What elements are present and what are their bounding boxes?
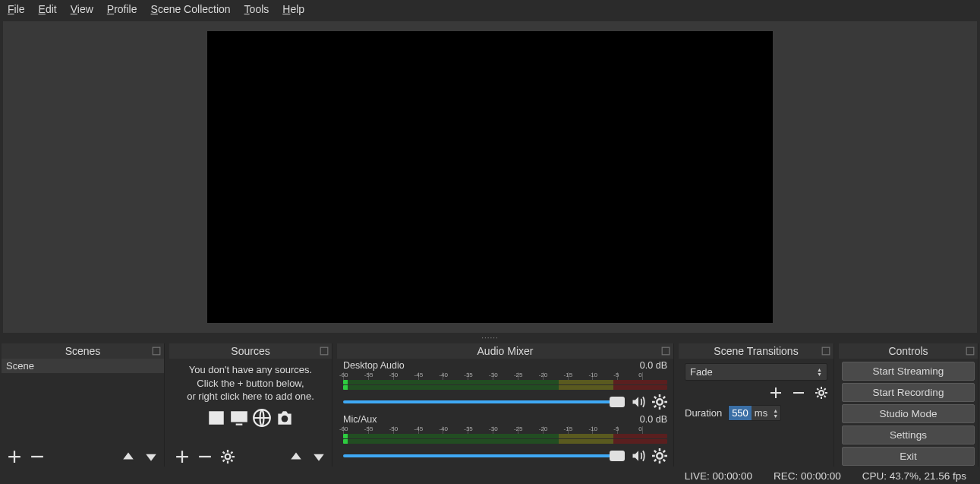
audio-channel: Desktop Audio 0.0 dB -60-55-50-45-40-35-… <box>343 360 667 410</box>
menu-bar: File Edit View Profile Scene Collection … <box>0 0 980 18</box>
scene-list-item[interactable]: Scene <box>2 359 164 373</box>
svg-point-4 <box>282 415 288 422</box>
display-source-icon <box>229 408 249 432</box>
slider-thumb[interactable] <box>610 451 625 461</box>
audio-meter <box>343 385 667 390</box>
preview-area <box>3 21 977 333</box>
speaker-icon[interactable] <box>631 448 646 463</box>
chevron-updown-icon[interactable]: ▲▼ <box>770 408 780 419</box>
status-bar: LIVE: 00:00:00 REC: 00:00:00 CPU: 43.7%,… <box>0 468 980 484</box>
audio-mixer-panel: Audio Mixer Desktop Audio 0.0 dB -60-55-… <box>337 343 674 467</box>
svg-point-12 <box>819 391 824 395</box>
controls-title: Controls <box>839 343 978 359</box>
volume-slider[interactable] <box>343 400 625 403</box>
gear-icon[interactable] <box>652 394 667 410</box>
transitions-title: Scene Transitions <box>679 343 833 359</box>
popout-icon[interactable] <box>320 346 329 355</box>
add-transition-button[interactable] <box>770 387 782 399</box>
start-recording-button[interactable]: Start Recording <box>842 383 975 402</box>
channel-name: Mic/Aux <box>343 414 377 425</box>
sources-empty-hint: You don't have any sources. Click the + … <box>169 359 332 434</box>
duration-value[interactable]: 550 <box>729 406 752 420</box>
audio-meter <box>343 434 667 438</box>
preview-canvas[interactable] <box>207 31 773 323</box>
svg-rect-1 <box>31 456 43 457</box>
volume-slider[interactable] <box>343 454 625 457</box>
svg-rect-10 <box>822 347 830 355</box>
dock-panels: Scenes Scene Sources You don't have any … <box>0 343 980 468</box>
sources-title: Sources <box>169 343 332 359</box>
popout-icon[interactable] <box>966 346 975 355</box>
channel-name: Desktop Audio <box>343 360 405 371</box>
svg-rect-7 <box>662 347 670 355</box>
remove-transition-button[interactable] <box>793 387 805 399</box>
transitions-panel: Scene Transitions Fade ▲▼ Duration 550 m… <box>679 343 834 467</box>
move-scene-up-button[interactable] <box>121 450 135 463</box>
svg-point-6 <box>225 454 231 460</box>
menu-view[interactable]: View <box>71 3 93 15</box>
meter-scale: -60-55-50-45-40-35-30-25-20-15-10-50 <box>343 426 667 434</box>
popout-icon[interactable] <box>821 346 830 355</box>
transition-properties-button[interactable] <box>815 387 827 399</box>
popout-icon[interactable] <box>152 346 161 355</box>
chevron-updown-icon: ▲▼ <box>817 368 822 377</box>
start-streaming-button[interactable]: Start Streaming <box>842 362 975 381</box>
duration-label: Duration <box>685 407 722 419</box>
add-scene-button[interactable] <box>8 450 21 463</box>
remove-source-button[interactable] <box>198 450 212 463</box>
audio-channel: Mic/Aux 0.0 dB -60-55-50-45-40-35-30-25-… <box>343 414 667 463</box>
duration-spinner[interactable]: 550 ms ▲▼ <box>728 405 781 421</box>
controls-panel: Controls Start Streaming Start Recording… <box>839 343 978 467</box>
move-source-down-button[interactable] <box>312 450 326 463</box>
popout-icon[interactable] <box>661 346 670 355</box>
scenes-panel: Scenes Scene <box>2 343 165 467</box>
svg-rect-5 <box>199 456 211 457</box>
menu-file[interactable]: File <box>8 3 25 15</box>
status-rec: REC: 00:00:00 <box>774 470 841 482</box>
move-scene-down-button[interactable] <box>144 450 158 463</box>
speaker-icon[interactable] <box>631 394 646 410</box>
source-properties-button[interactable] <box>221 450 235 463</box>
sources-list[interactable]: You don't have any sources. Click the + … <box>169 359 332 447</box>
image-source-icon <box>206 408 226 432</box>
svg-point-9 <box>657 453 663 459</box>
status-live: LIVE: 00:00:00 <box>685 470 752 482</box>
scenes-title: Scenes <box>2 343 164 359</box>
add-source-button[interactable] <box>175 450 189 463</box>
menu-help[interactable]: Help <box>282 3 304 15</box>
globe-source-icon <box>252 408 272 432</box>
exit-button[interactable]: Exit <box>842 447 975 466</box>
audio-meter <box>343 439 667 444</box>
scenes-list[interactable]: Scene <box>2 359 164 447</box>
channel-level: 0.0 dB <box>640 360 667 371</box>
camera-source-icon <box>275 408 295 432</box>
channel-level: 0.0 dB <box>640 414 667 425</box>
svg-rect-2 <box>320 347 328 355</box>
gear-icon[interactable] <box>652 448 667 463</box>
menu-tools[interactable]: Tools <box>244 3 269 15</box>
menu-profile[interactable]: Profile <box>107 3 137 15</box>
mixer-title: Audio Mixer <box>337 343 673 359</box>
panel-drag-handle[interactable]: ······ <box>0 336 980 343</box>
status-cpu: CPU: 43.7%, 21.56 fps <box>862 470 966 482</box>
studio-mode-button[interactable]: Studio Mode <box>842 404 975 423</box>
mixer-body: Desktop Audio 0.0 dB -60-55-50-45-40-35-… <box>337 359 673 467</box>
svg-rect-13 <box>966 347 974 355</box>
scenes-toolbar <box>2 447 164 467</box>
menu-edit[interactable]: Edit <box>39 3 57 15</box>
svg-point-8 <box>657 399 663 405</box>
settings-button[interactable]: Settings <box>842 425 975 444</box>
transition-select[interactable]: Fade ▲▼ <box>685 363 827 381</box>
slider-thumb[interactable] <box>610 397 625 407</box>
svg-rect-0 <box>153 347 160 355</box>
remove-scene-button[interactable] <box>30 450 44 463</box>
menu-scene-collection[interactable]: Scene Collection <box>151 3 231 15</box>
sources-toolbar <box>169 447 332 467</box>
move-source-up-button[interactable] <box>289 450 303 463</box>
svg-rect-11 <box>793 392 804 394</box>
sources-panel: Sources You don't have any sources. Clic… <box>169 343 332 467</box>
audio-meter <box>343 380 667 384</box>
meter-scale: -60-55-50-45-40-35-30-25-20-15-10-50 <box>343 372 667 380</box>
